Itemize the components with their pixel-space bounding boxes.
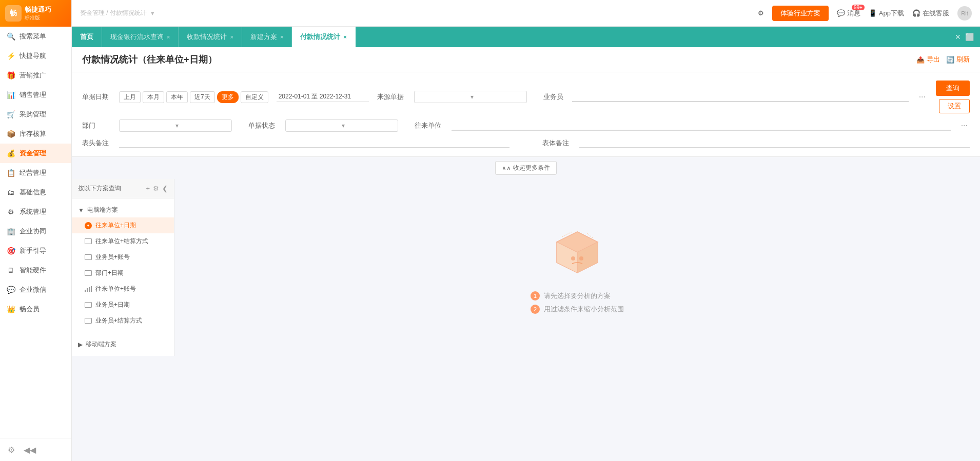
add-scheme-icon[interactable]: +	[146, 185, 150, 192]
doc-status-label: 单据状态	[248, 121, 277, 130]
date-btn-custom[interactable]: 自定义	[241, 91, 268, 103]
panel-item-salesperson-account[interactable]: 业务员+账号	[72, 249, 174, 265]
sidebar-item-purchase[interactable]: 🛒 采购管理	[0, 105, 71, 124]
filter-settings-btn[interactable]: 设置	[939, 99, 970, 113]
date-btn-more[interactable]: 更多	[217, 91, 239, 103]
tab-pay-stats[interactable]: 付款情况统计 ×	[292, 27, 355, 47]
settings-gear-icon: ⚙	[758, 9, 764, 17]
refresh-btn[interactable]: 🔄 刷新	[946, 55, 970, 64]
doc-status-select[interactable]: ▾	[285, 119, 398, 132]
app-sub: 标准版	[25, 14, 51, 22]
close-window-icon[interactable]: ✕	[955, 33, 961, 41]
message-chat-icon: 💬	[837, 9, 845, 17]
salesperson-input[interactable]	[572, 92, 909, 102]
dept-select[interactable]: ▾	[119, 119, 232, 132]
body-note-wrap	[579, 138, 970, 148]
pc-section-title[interactable]: ▼ 电脑端方案	[72, 203, 174, 217]
tab-bank-flow-close[interactable]: ×	[167, 34, 170, 40]
panel-item-partner-settlement[interactable]: 往来单位+结算方式	[72, 233, 174, 249]
empty-tip-2: 2 用过滤条件来缩小分析范围	[531, 305, 624, 314]
date-btn-this-year[interactable]: 本年	[166, 91, 188, 103]
collapse-conditions-btn[interactable]: ∧∧ 收起更多条件	[495, 161, 557, 175]
partner-more-btn[interactable]: ···	[959, 121, 970, 130]
tab-new-plan-close[interactable]: ×	[280, 34, 283, 40]
tab-payment-stats-close[interactable]: ×	[230, 34, 233, 40]
sidebar-nav: 🔍 搜索菜单 ⚡ 快捷导航 🎁 营销推广 📊 销售管理 🛒 采购管理 📦 库存核…	[0, 27, 71, 438]
sidebar-item-label: 库存核算	[19, 129, 46, 138]
salesperson-account-label: 业务员+账号	[95, 253, 130, 262]
settings-icon-btn[interactable]: ⚙	[758, 9, 764, 17]
sidebar-item-finance[interactable]: 💰 资金管理	[0, 144, 71, 163]
tip-num-2: 2	[531, 305, 540, 314]
export-btn[interactable]: 📤 导出	[916, 55, 940, 64]
header-note-input[interactable]	[119, 138, 509, 148]
sidebar-item-quick-nav[interactable]: ⚡ 快捷导航	[0, 46, 71, 66]
panel-item-salesperson-settlement[interactable]: 业务员+结算方式	[72, 313, 174, 329]
panel-item-partner-account[interactable]: 往来单位+账号	[72, 281, 174, 297]
online-service-btn[interactable]: 🎧 在线客服	[912, 9, 949, 18]
sidebar-item-operation[interactable]: 📋 经营管理	[0, 163, 71, 183]
tab-pay-stats-close[interactable]: ×	[343, 34, 346, 40]
partner-settlement-icon	[84, 237, 92, 246]
enterprise-icon: 🏢	[6, 227, 15, 236]
sidebar-item-system[interactable]: ⚙ 系统管理	[0, 202, 71, 222]
sidebar-item-inventory[interactable]: 📦 库存核算	[0, 124, 71, 144]
empty-illustration	[546, 222, 608, 283]
salesperson-date-icon	[84, 301, 92, 309]
empty-tips: 1 请先选择要分析的方案 2 用过滤条件来缩小分析范围	[531, 291, 624, 314]
logo-icon: 畅	[5, 5, 22, 22]
sidebar-item-hardware[interactable]: 🖥 智能硬件	[0, 260, 71, 280]
svg-point-9	[579, 256, 583, 260]
salesperson-more-btn[interactable]: ···	[917, 92, 928, 102]
sidebar-item-search[interactable]: 🔍 搜索菜单	[0, 27, 71, 46]
app-download-label: App下载	[879, 9, 904, 18]
filter-action-btns: 查询 设置	[936, 81, 970, 113]
partner-input[interactable]	[452, 121, 951, 130]
mobile-section: ▶ 移动端方案	[72, 333, 174, 356]
sidebar-item-base[interactable]: 🗂 基础信息	[0, 183, 71, 202]
sidebar-item-member[interactable]: 👑 畅会员	[0, 299, 71, 319]
app-download-btn[interactable]: 📱 App下载	[869, 9, 904, 18]
salesperson-account-icon	[84, 253, 92, 262]
sidebar-item-enterprise[interactable]: 🏢 企业协同	[0, 222, 71, 241]
sidebar-item-sales[interactable]: 📊 销售管理	[0, 85, 71, 105]
tab-payment-stats[interactable]: 收款情况统计 ×	[179, 27, 242, 47]
bottom-settings-icon[interactable]: ⚙	[4, 443, 18, 457]
left-panel-title: 按以下方案查询	[78, 184, 121, 193]
tab-bank-flow-label: 现金银行流水查询	[110, 32, 164, 42]
message-btn[interactable]: 💬 消息 99+	[837, 9, 860, 18]
user-avatar[interactable]: Rit	[957, 6, 972, 21]
sidebar-item-marketing[interactable]: 🎁 营销推广	[0, 66, 71, 85]
date-btn-7days[interactable]: 近7天	[190, 91, 215, 103]
panel-item-salesperson-date[interactable]: 业务员+日期	[72, 297, 174, 313]
panel-item-partner-date[interactable]: ● 往来单位+日期	[72, 217, 174, 233]
sidebar-item-weixin[interactable]: 💬 企业微信	[0, 280, 71, 299]
salesperson-settlement-label: 业务员+结算方式	[95, 316, 142, 325]
source-doc-select[interactable]: ▾	[414, 91, 527, 103]
collapse-panel-icon[interactable]: ❮	[162, 185, 168, 192]
page-header: 付款情况统计（往来单位+日期） 📤 导出 🔄 刷新	[72, 47, 980, 72]
body-note-input[interactable]	[579, 138, 970, 148]
tab-home[interactable]: 首页	[72, 27, 102, 47]
panel-item-dept-date[interactable]: 部门+日期	[72, 265, 174, 281]
empty-state: 1 请先选择要分析的方案 2 用过滤条件来缩小分析范围	[174, 179, 980, 356]
query-btn[interactable]: 查询	[936, 81, 970, 96]
sidebar-item-label: 营销推广	[19, 71, 46, 80]
content-area: 按以下方案查询 + ⚙ ❮ ▼ 电脑端方案	[72, 179, 980, 356]
date-range-input[interactable]	[277, 92, 369, 102]
date-btn-this-month[interactable]: 本月	[143, 91, 164, 103]
tab-bank-flow[interactable]: 现金银行流水查询 ×	[102, 27, 179, 47]
maximize-window-icon[interactable]: ⬜	[965, 33, 974, 41]
mobile-section-title[interactable]: ▶ 移动端方案	[72, 337, 174, 352]
page-content: 付款情况统计（往来单位+日期） 📤 导出 🔄 刷新 单据日期	[72, 47, 980, 461]
sidebar-item-guide[interactable]: 🎯 新手引导	[0, 241, 71, 260]
scheme-settings-icon[interactable]: ⚙	[153, 185, 159, 192]
filter-fields: 单据日期 上月 本月 本年 近7天 更多 自定义	[82, 81, 970, 148]
inventory-icon: 📦	[6, 129, 15, 138]
tab-new-plan[interactable]: 新建方案 ×	[242, 27, 292, 47]
sales-icon: 📊	[6, 90, 15, 99]
collapse-sidebar-icon[interactable]: ◀◀	[23, 443, 37, 457]
trial-btn[interactable]: 体验行业方案	[772, 6, 829, 21]
date-btn-last-month[interactable]: 上月	[119, 91, 141, 103]
collapse-label: 收起更多条件	[513, 164, 550, 172]
